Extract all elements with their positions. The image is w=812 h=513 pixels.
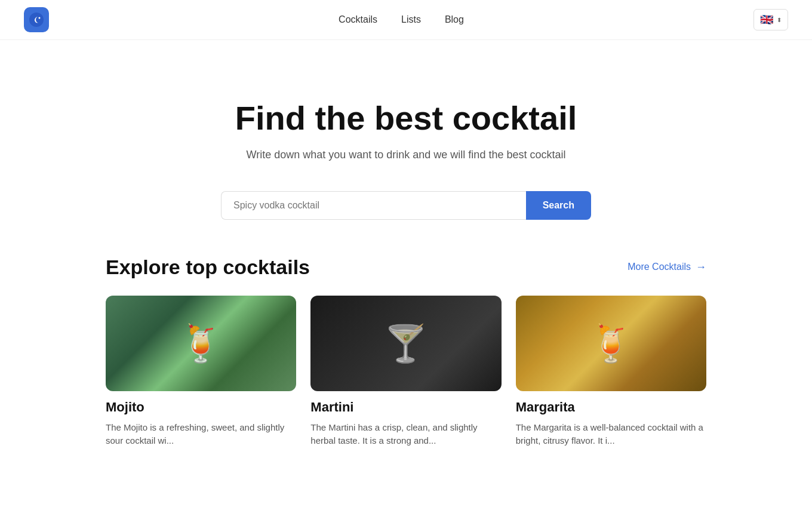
search-button[interactable]: Search [526,191,591,220]
search-input[interactable] [221,191,526,220]
search-bar: Search [221,191,591,220]
cocktail-card-mojito[interactable]: Mojito The Mojito is a refreshing, sweet… [106,296,296,448]
cocktail-description-martini: The Martini has a crisp, clean, and slig… [310,421,501,448]
chevron-icon: ⬍ [777,17,782,23]
nav-links: Cocktails Lists Blog [339,14,464,25]
cocktail-card-margarita[interactable]: Margarita The Margarita is a well-balanc… [516,296,706,448]
language-selector[interactable]: 🇬🇧 ⬍ [753,9,788,30]
more-cocktails-label: More Cocktails [628,262,691,272]
section-header: Explore top cocktails More Cocktails → [106,256,706,279]
cocktail-name-margarita: Margarita [516,400,706,415]
svg-point-1 [39,17,41,19]
navbar: Cocktails Lists Blog 🇬🇧 ⬍ [0,0,812,40]
cocktail-image-margarita [516,296,706,391]
section-title: Explore top cocktails [106,256,310,279]
nav-cocktails[interactable]: Cocktails [339,14,377,25]
nav-blog[interactable]: Blog [445,14,464,25]
nav-lists[interactable]: Lists [401,14,421,25]
flag-icon: 🇬🇧 [760,13,773,26]
cocktail-name-mojito: Mojito [106,400,296,415]
cocktail-grid: Mojito The Mojito is a refreshing, sweet… [106,296,706,448]
svg-point-0 [29,13,44,27]
cocktail-description-margarita: The Margarita is a well-balanced cocktai… [516,421,706,448]
logo-icon [24,7,49,32]
hero-subtitle: Write down what you want to drink and we… [24,149,788,161]
hero-section: Find the best cocktail Write down what y… [0,40,812,256]
hero-title: Find the best cocktail [24,100,788,137]
cocktail-image-mojito [106,296,296,391]
arrow-right-icon: → [696,261,706,274]
logo[interactable] [24,7,49,32]
cocktails-section: Explore top cocktails More Cocktails → M… [0,256,812,484]
more-cocktails-link[interactable]: More Cocktails → [628,261,706,274]
cocktail-description-mojito: The Mojito is a refreshing, sweet, and s… [106,421,296,448]
cocktail-name-martini: Martini [310,400,501,415]
cocktail-card-martini[interactable]: Martini The Martini has a crisp, clean, … [310,296,501,448]
navbar-right: 🇬🇧 ⬍ [753,9,788,30]
cocktail-image-martini [310,296,501,391]
